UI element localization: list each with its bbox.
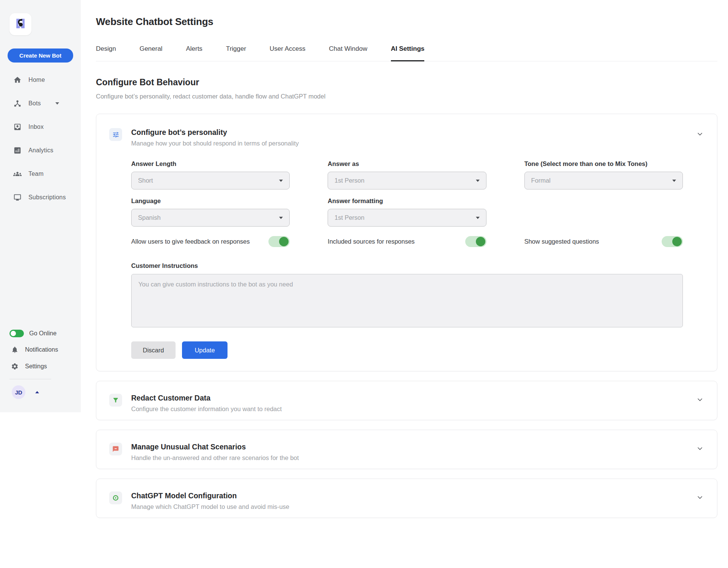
tab-chat-window[interactable]: Chat Window <box>329 45 367 61</box>
tab-ai-settings[interactable]: AI Settings <box>391 45 425 61</box>
chat-scenarios-card-header[interactable]: Manage Unusual Chat Scenarios Handle the… <box>96 430 717 462</box>
card-title: Configure bot’s personality <box>131 128 299 137</box>
sidebar-item-settings[interactable]: Settings <box>0 362 81 371</box>
feedback-toggle-row: Allow users to give feedback on response… <box>131 236 290 247</box>
card-subtitle: Configure the customer information you w… <box>131 405 282 413</box>
chevron-down-icon[interactable] <box>696 445 704 454</box>
sidebar-item-label: Settings <box>25 363 47 370</box>
analytics-icon <box>13 146 22 155</box>
tab-design[interactable]: Design <box>96 45 116 61</box>
selected-value: Short <box>138 177 153 184</box>
chevron-down-icon <box>279 180 283 182</box>
language-select[interactable]: Spanish <box>131 209 290 227</box>
update-button[interactable]: Update <box>182 341 228 359</box>
field-answer-formatting: Answer formatting 1st Person <box>328 197 486 227</box>
chat-bubble-minus-icon <box>109 443 122 455</box>
sidebar-item-home[interactable]: Home <box>0 72 81 88</box>
selected-value: 1st Person <box>334 214 364 221</box>
app-logo[interactable] <box>9 13 31 35</box>
chevron-down-icon[interactable] <box>696 130 704 139</box>
suggested-questions-toggle[interactable] <box>662 236 683 247</box>
sidebar-item-label: Subscriptions <box>28 194 66 201</box>
sidebar-item-label: Bots <box>28 100 41 107</box>
tab-user-access[interactable]: User Access <box>270 45 305 61</box>
create-new-bot-button[interactable]: Create New Bot <box>8 49 73 63</box>
redact-data-card-header[interactable]: Redact Customer Data Configure the custo… <box>96 381 717 413</box>
main-content: Website Chatbot Settings Design General … <box>81 0 728 568</box>
chevron-down-icon <box>279 217 283 219</box>
sidebar-item-notifications[interactable]: Notifications <box>0 346 81 354</box>
home-icon <box>13 76 22 84</box>
field-label: Tone (Select more than one to Mix Tones) <box>524 160 683 167</box>
field-label: Language <box>131 197 290 205</box>
page-title: Website Chatbot Settings <box>96 16 717 28</box>
tab-alerts[interactable]: Alerts <box>186 45 202 61</box>
personality-card-header[interactable]: Configure bot’s personality Manage how y… <box>96 114 717 147</box>
card-subtitle: Manage how your bot should respond in te… <box>131 140 299 147</box>
customer-instructions-textarea[interactable] <box>131 274 683 327</box>
field-tone: Tone (Select more than one to Mix Tones)… <box>524 160 683 189</box>
toggle-label: Allow users to give feedback on response… <box>131 238 250 245</box>
field-answer-length: Answer Length Short <box>131 160 290 189</box>
sidebar-item-label: Inbox <box>28 124 44 130</box>
sidebar-item-bots[interactable]: Bots <box>0 95 81 112</box>
suggested-questions-toggle-row: Show suggested questions <box>524 236 683 247</box>
discard-button[interactable]: Discard <box>131 341 176 359</box>
avatar[interactable]: JD <box>12 385 25 399</box>
sidebar-item-label: Notifications <box>25 346 58 353</box>
toggle-label: Show suggested questions <box>524 238 599 245</box>
sources-toggle[interactable] <box>465 236 486 247</box>
tab-bar: Design General Alerts Trigger User Acces… <box>96 45 717 61</box>
field-language: Language Spanish <box>131 197 290 227</box>
go-online-row: Go Online <box>0 330 81 337</box>
selected-value: Formal <box>531 177 551 184</box>
selected-value: Spanish <box>138 214 161 221</box>
card-title: Redact Customer Data <box>131 394 282 402</box>
chevron-down-icon <box>672 180 676 182</box>
gear-icon <box>11 362 19 371</box>
section-subtitle: Configure bot’s personality, redact cust… <box>96 93 717 100</box>
tab-general[interactable]: General <box>140 45 162 61</box>
sidebar-item-team[interactable]: Team <box>0 166 81 182</box>
sidebar-item-analytics[interactable]: Analytics <box>0 142 81 159</box>
toggle-label: Included sources for responses <box>328 238 414 245</box>
sidebar-nav: Home Bots Inbox Analytics <box>0 72 81 213</box>
customer-instructions-label: Customer Instructions <box>131 262 683 269</box>
sliders-tune-icon <box>109 128 122 141</box>
chatgpt-model-card-header[interactable]: ChatGPT Model Configuration Manage which… <box>96 479 717 510</box>
answer-formatting-select[interactable]: 1st Person <box>328 209 486 227</box>
sources-toggle-row: Included sources for responses <box>328 236 486 247</box>
chevron-up-icon[interactable] <box>35 391 39 393</box>
feedback-toggle[interactable] <box>268 236 290 247</box>
funnel-filter-icon <box>109 394 122 407</box>
redact-data-card: Redact Customer Data Configure the custo… <box>96 381 717 420</box>
card-title: ChatGPT Model Configuration <box>131 491 289 500</box>
answer-as-select[interactable]: 1st Person <box>328 172 486 189</box>
card-subtitle: Handle the un-answered and other rare sc… <box>131 454 299 462</box>
team-icon <box>13 170 22 178</box>
sidebar-item-inbox[interactable]: Inbox <box>0 119 81 135</box>
tone-select[interactable]: Formal <box>524 172 683 189</box>
section-title: Configure Bot Behaviour <box>96 77 717 88</box>
go-online-toggle[interactable] <box>9 330 24 337</box>
sidebar-footer: Go Online Notifications Settings JD <box>0 330 81 399</box>
chatgpt-model-card: ChatGPT Model Configuration Manage which… <box>96 479 717 518</box>
selected-value: 1st Person <box>334 177 364 184</box>
sidebar-item-subscriptions[interactable]: Subscriptions <box>0 189 81 206</box>
chat-scenarios-card: Manage Unusual Chat Scenarios Handle the… <box>96 430 717 469</box>
tab-trigger[interactable]: Trigger <box>226 45 246 61</box>
bot-brackets-logo-icon <box>13 16 28 33</box>
chevron-down-icon[interactable] <box>696 396 704 405</box>
inbox-icon <box>13 123 22 131</box>
ring-dot-icon <box>109 491 122 504</box>
sidebar-item-label: Home <box>28 77 45 83</box>
sidebar-item-label: Team <box>28 171 44 177</box>
bots-flow-icon <box>13 99 22 108</box>
field-answer-as: Answer as 1st Person <box>328 160 486 189</box>
chevron-down-icon[interactable] <box>696 494 704 503</box>
app-window: Create New Bot Home Bots Inbox <box>0 0 728 568</box>
field-label: Answer formatting <box>328 197 486 205</box>
card-subtitle: Manage which ChatGPT model to use and av… <box>131 503 289 510</box>
card-title: Manage Unusual Chat Scenarios <box>131 443 299 451</box>
answer-length-select[interactable]: Short <box>131 172 290 189</box>
